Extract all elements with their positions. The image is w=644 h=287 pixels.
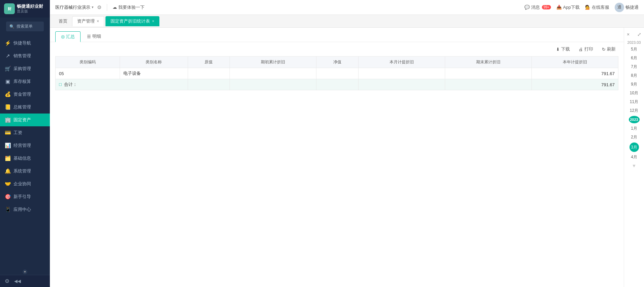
tab-label: 资产管理 bbox=[77, 18, 95, 24]
content-area: ◎ 汇总 ☰ 明细 ⬇ 下载 🖨 打印 ↻ bbox=[50, 28, 644, 287]
month-item[interactable]: 12月 bbox=[624, 106, 644, 115]
finance-icon: 💰 bbox=[5, 91, 11, 97]
experience-button[interactable]: ☁ 我要体验一下 bbox=[113, 4, 145, 10]
sidebar-item-label: 应用中心 bbox=[13, 206, 31, 213]
tab-depreciation-report[interactable]: 固定资产折旧统计表 × bbox=[105, 16, 159, 26]
sidebar-item-guide[interactable]: 🎯 新手引导 bbox=[0, 190, 50, 203]
panel-scroll-down-icon[interactable]: ▼ bbox=[632, 163, 637, 168]
company-name: 医疗器械行业演示 bbox=[55, 4, 90, 10]
year-2023-badge[interactable]: 2023 bbox=[629, 116, 640, 123]
sidebar-item-app-center[interactable]: 📱 应用中心 bbox=[0, 203, 50, 216]
logo-icon: 财 bbox=[4, 3, 15, 14]
cell-annual-depreciation: 791.67 bbox=[531, 68, 618, 79]
sub-tab-label: 汇总 bbox=[66, 34, 75, 40]
sidebar-item-inventory[interactable]: ▣ 库存核算 bbox=[0, 75, 50, 88]
user-menu[interactable]: 通 畅捷通 bbox=[615, 3, 639, 12]
search-menu-button[interactable]: 🔍 搜索菜单 bbox=[6, 22, 44, 31]
print-icon: 🖨 bbox=[579, 47, 583, 52]
sum-icon: □ bbox=[59, 82, 62, 87]
operations-icon: 📊 bbox=[5, 142, 11, 149]
col-original-value: 原值 bbox=[188, 57, 229, 68]
online-service-button[interactable]: 💁 在线客服 bbox=[585, 4, 609, 10]
avatar: 通 bbox=[615, 3, 624, 12]
sidebar-item-system[interactable]: 🔔 系统管理 bbox=[0, 165, 50, 178]
settings-bottom-icon[interactable]: ⚙ bbox=[5, 278, 9, 284]
month-item[interactable]: 4月 bbox=[624, 153, 644, 161]
month-item[interactable]: 7月 bbox=[624, 63, 644, 71]
sub-tab-summary[interactable]: ◎ 汇总 bbox=[55, 31, 81, 42]
month-item[interactable]: 11月 bbox=[624, 98, 644, 106]
sidebar-item-label: 库存核算 bbox=[13, 78, 31, 85]
col-annual-depreciation: 本年计提折旧 bbox=[531, 57, 618, 68]
month-item[interactable]: 2月 bbox=[624, 133, 644, 141]
sidebar-item-collab[interactable]: 🤝 企业协同 bbox=[0, 178, 50, 190]
month-item[interactable]: 6月 bbox=[624, 54, 644, 62]
cell-period-accumulated bbox=[230, 68, 316, 79]
sidebar-scroll-down[interactable]: ▼ bbox=[23, 269, 27, 274]
sub-tab-label: 明细 bbox=[92, 33, 101, 39]
tab-home[interactable]: 首页 bbox=[55, 18, 71, 24]
sum-label: □ 合计： bbox=[56, 79, 188, 90]
sidebar-item-basic-info[interactable]: 🗂️ 基础信息 bbox=[0, 152, 50, 165]
sidebar-item-ledger[interactable]: 📒 总账管理 bbox=[0, 101, 50, 114]
sum-period-end bbox=[445, 79, 531, 90]
system-icon: 🔔 bbox=[5, 168, 11, 174]
panel-year-label: 2023.03 bbox=[624, 40, 644, 45]
topbar-divider bbox=[107, 4, 107, 11]
sidebar-item-label: 采购管理 bbox=[13, 66, 31, 72]
search-icon: 🔍 bbox=[9, 24, 14, 29]
col-monthly-depreciation: 本月计提折旧 bbox=[358, 57, 445, 68]
sum-period-acc bbox=[230, 79, 316, 90]
right-panel-header: × ⤢ bbox=[624, 30, 644, 38]
sidebar-item-fixed-assets[interactable]: 🏢 固定资产 bbox=[0, 114, 50, 126]
sidebar-item-label: 新手引导 bbox=[13, 194, 31, 200]
month-item[interactable]: 5月 bbox=[624, 45, 644, 54]
summary-icon: ◎ bbox=[61, 34, 65, 39]
tab-close-icon[interactable]: × bbox=[97, 19, 99, 24]
ledger-icon: 📒 bbox=[5, 104, 11, 110]
guide-icon: 🎯 bbox=[5, 194, 11, 200]
app-name: 畅捷通好业财 bbox=[17, 4, 43, 9]
right-panel-close-button[interactable]: × bbox=[627, 32, 630, 37]
tab-asset-mgmt[interactable]: 资产管理 × bbox=[72, 16, 104, 26]
refresh-button[interactable]: ↻ 刷新 bbox=[599, 45, 618, 54]
month-item[interactable]: 10月 bbox=[624, 89, 644, 97]
month-item[interactable]: 1月 bbox=[624, 124, 644, 133]
company-dropdown-icon: ▾ bbox=[92, 5, 94, 9]
sidebar-item-label: 经营管理 bbox=[13, 142, 31, 149]
sidebar-item-salary[interactable]: 💳 工资 bbox=[0, 126, 50, 139]
collapse-sidebar-button[interactable]: ◀◀ bbox=[14, 279, 21, 284]
app-edition: 普及版 bbox=[17, 9, 43, 14]
month-item[interactable]: 9月 bbox=[624, 80, 644, 89]
download-icon: 📥 bbox=[556, 5, 562, 10]
tab-close-active-icon[interactable]: × bbox=[152, 19, 154, 24]
sum-net bbox=[316, 79, 358, 90]
settings-icon[interactable]: ⚙ bbox=[97, 4, 101, 10]
basic-info-icon: 🗂️ bbox=[5, 155, 11, 161]
col-net-value: 净值 bbox=[316, 57, 358, 68]
print-button[interactable]: 🖨 打印 bbox=[576, 45, 596, 54]
cell-net-value bbox=[316, 68, 358, 79]
month-3-active[interactable]: 3月 bbox=[630, 142, 639, 152]
download-icon: ⬇ bbox=[556, 47, 560, 52]
print-label: 打印 bbox=[584, 46, 593, 52]
col-category-code: 类别编码 bbox=[56, 57, 120, 68]
company-selector[interactable]: 医疗器械行业演示 ▾ bbox=[55, 4, 94, 10]
sidebar-item-quick-nav[interactable]: ⚡ 快捷导航 bbox=[0, 37, 50, 50]
cell-category-code: 05 bbox=[56, 68, 120, 79]
sidebar-item-finance[interactable]: 💰 资金管理 bbox=[0, 88, 50, 101]
sum-row: □ 合计： 791.67 bbox=[56, 79, 618, 90]
sidebar-item-sales[interactable]: ↗ 销售管理 bbox=[0, 50, 50, 62]
sidebar-nav: ⚡ 快捷导航 ↗ 销售管理 🛒 采购管理 ▣ 库存核算 💰 资金管理 📒 总账管… bbox=[0, 35, 50, 269]
sub-tab-detail[interactable]: ☰ 明细 bbox=[81, 31, 107, 42]
sidebar-item-operations[interactable]: 📊 经营管理 bbox=[0, 139, 50, 152]
sidebar-item-purchase[interactable]: 🛒 采购管理 bbox=[0, 62, 50, 75]
month-item[interactable]: 8月 bbox=[624, 71, 644, 80]
download-button[interactable]: ⬇ 下载 bbox=[553, 45, 573, 54]
right-panel-expand-button[interactable]: ⤢ bbox=[637, 32, 641, 37]
notifications-button[interactable]: 💬 消息 99+ bbox=[524, 4, 551, 10]
experience-label: 我要体验一下 bbox=[118, 4, 145, 10]
user-name: 畅捷通 bbox=[625, 4, 639, 10]
cell-period-end-accumulated bbox=[445, 68, 531, 79]
app-download-button[interactable]: 📥 App下载 bbox=[556, 4, 580, 10]
